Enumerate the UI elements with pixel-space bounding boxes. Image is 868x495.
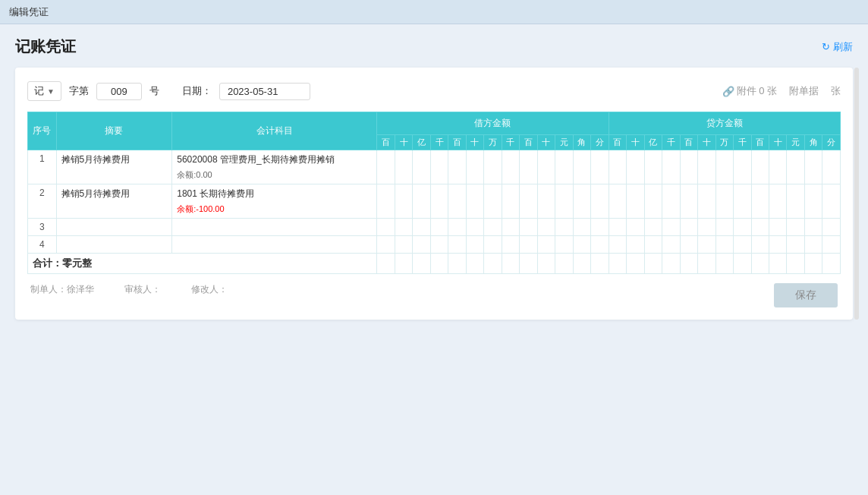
debit-cell-3-1[interactable] bbox=[395, 236, 412, 254]
credit-cell-0-11[interactable] bbox=[804, 150, 822, 184]
save-button[interactable]: 保存 bbox=[774, 283, 838, 307]
debit-cell-2-4[interactable] bbox=[448, 219, 466, 236]
debit-cell-0-8[interactable] bbox=[520, 150, 537, 184]
credit-cell-2-11[interactable] bbox=[804, 219, 822, 236]
credit-cell-3-9[interactable] bbox=[769, 236, 786, 254]
debit-cell-3-10[interactable] bbox=[555, 236, 573, 254]
credit-cell-3-7[interactable] bbox=[734, 236, 751, 254]
credit-cell-2-5[interactable] bbox=[698, 219, 715, 236]
credit-cell-1-11[interactable] bbox=[804, 184, 822, 219]
debit-cell-0-10[interactable] bbox=[555, 150, 573, 184]
debit-cell-0-0[interactable] bbox=[377, 150, 395, 184]
row-summary-3[interactable] bbox=[56, 236, 172, 254]
credit-cell-0-10[interactable] bbox=[787, 150, 804, 184]
credit-cell-0-5[interactable] bbox=[698, 150, 715, 184]
credit-cell-1-10[interactable] bbox=[787, 184, 804, 219]
credit-cell-3-1[interactable] bbox=[627, 236, 644, 254]
credit-cell-3-5[interactable] bbox=[698, 236, 715, 254]
credit-cell-0-2[interactable] bbox=[644, 150, 662, 184]
credit-cell-3-6[interactable] bbox=[715, 236, 733, 254]
debit-cell-0-9[interactable] bbox=[537, 150, 555, 184]
debit-cell-3-5[interactable] bbox=[466, 236, 483, 254]
credit-cell-1-3[interactable] bbox=[662, 184, 680, 219]
credit-cell-3-2[interactable] bbox=[644, 236, 662, 254]
debit-cell-2-6[interactable] bbox=[484, 219, 502, 236]
debit-cell-1-9[interactable] bbox=[537, 184, 555, 219]
debit-cell-0-6[interactable] bbox=[484, 150, 502, 184]
credit-cell-2-2[interactable] bbox=[644, 219, 662, 236]
debit-cell-3-11[interactable] bbox=[573, 236, 590, 254]
debit-cell-3-8[interactable] bbox=[520, 236, 537, 254]
debit-cell-1-5[interactable] bbox=[466, 184, 483, 219]
debit-cell-3-0[interactable] bbox=[377, 236, 395, 254]
row-account-3[interactable] bbox=[172, 236, 377, 254]
credit-cell-0-3[interactable] bbox=[662, 150, 680, 184]
debit-cell-1-11[interactable] bbox=[573, 184, 590, 219]
credit-cell-1-7[interactable] bbox=[734, 184, 751, 219]
credit-cell-1-1[interactable] bbox=[627, 184, 644, 219]
debit-cell-1-3[interactable] bbox=[430, 184, 448, 219]
credit-cell-2-9[interactable] bbox=[769, 219, 786, 236]
debit-cell-0-12[interactable] bbox=[591, 150, 609, 184]
debit-cell-2-7[interactable] bbox=[502, 219, 519, 236]
row-summary-0[interactable]: 摊销5月待摊费用 bbox=[56, 150, 172, 184]
debit-cell-0-5[interactable] bbox=[466, 150, 483, 184]
credit-cell-3-12[interactable] bbox=[822, 236, 841, 254]
credit-cell-0-8[interactable] bbox=[751, 150, 769, 184]
credit-cell-3-3[interactable] bbox=[662, 236, 680, 254]
row-account-1[interactable]: 1801 长期待摊费用余额:-100.00 bbox=[172, 184, 377, 219]
credit-cell-2-7[interactable] bbox=[734, 219, 751, 236]
debit-cell-3-2[interactable] bbox=[413, 236, 430, 254]
debit-cell-1-8[interactable] bbox=[520, 184, 537, 219]
debit-cell-1-1[interactable] bbox=[395, 184, 412, 219]
debit-cell-3-7[interactable] bbox=[502, 236, 519, 254]
debit-cell-2-1[interactable] bbox=[395, 219, 412, 236]
debit-cell-0-1[interactable] bbox=[395, 150, 412, 184]
debit-cell-1-0[interactable] bbox=[377, 184, 395, 219]
attach-link[interactable]: 🔗 附件 0 张 bbox=[722, 84, 777, 98]
credit-cell-1-5[interactable] bbox=[698, 184, 715, 219]
voucher-type-button[interactable]: 记 ▼ bbox=[27, 81, 61, 101]
debit-cell-1-12[interactable] bbox=[591, 184, 609, 219]
debit-cell-2-9[interactable] bbox=[537, 219, 555, 236]
debit-cell-0-4[interactable] bbox=[448, 150, 466, 184]
credit-cell-1-8[interactable] bbox=[751, 184, 769, 219]
voucher-number-input[interactable] bbox=[96, 83, 142, 100]
debit-cell-2-3[interactable] bbox=[430, 219, 448, 236]
debit-cell-0-2[interactable] bbox=[413, 150, 430, 184]
credit-cell-2-4[interactable] bbox=[680, 219, 697, 236]
debit-cell-2-0[interactable] bbox=[377, 219, 395, 236]
credit-cell-2-6[interactable] bbox=[715, 219, 733, 236]
credit-cell-1-2[interactable] bbox=[644, 184, 662, 219]
debit-cell-2-2[interactable] bbox=[413, 219, 430, 236]
credit-cell-3-8[interactable] bbox=[751, 236, 769, 254]
debit-cell-1-4[interactable] bbox=[448, 184, 466, 219]
credit-cell-3-10[interactable] bbox=[787, 236, 804, 254]
credit-cell-0-9[interactable] bbox=[769, 150, 786, 184]
credit-cell-3-0[interactable] bbox=[609, 236, 626, 254]
date-input[interactable] bbox=[219, 83, 310, 100]
credit-cell-2-8[interactable] bbox=[751, 219, 769, 236]
debit-cell-2-10[interactable] bbox=[555, 219, 573, 236]
debit-cell-1-6[interactable] bbox=[484, 184, 502, 219]
debit-cell-3-6[interactable] bbox=[484, 236, 502, 254]
credit-cell-1-6[interactable] bbox=[715, 184, 733, 219]
credit-cell-1-12[interactable] bbox=[822, 184, 841, 219]
row-summary-2[interactable] bbox=[56, 219, 172, 236]
debit-cell-1-10[interactable] bbox=[555, 184, 573, 219]
credit-cell-0-6[interactable] bbox=[715, 150, 733, 184]
credit-cell-2-0[interactable] bbox=[609, 219, 626, 236]
credit-cell-0-12[interactable] bbox=[822, 150, 841, 184]
row-account-0[interactable]: 56020008 管理费用_长期待摊费用摊销余额:0.00 bbox=[172, 150, 377, 184]
credit-cell-2-1[interactable] bbox=[627, 219, 644, 236]
debit-cell-2-12[interactable] bbox=[591, 219, 609, 236]
credit-cell-0-4[interactable] bbox=[680, 150, 697, 184]
credit-cell-3-4[interactable] bbox=[680, 236, 697, 254]
debit-cell-2-5[interactable] bbox=[466, 219, 483, 236]
credit-cell-1-0[interactable] bbox=[609, 184, 626, 219]
credit-cell-2-3[interactable] bbox=[662, 219, 680, 236]
debit-cell-3-12[interactable] bbox=[591, 236, 609, 254]
debit-cell-3-4[interactable] bbox=[448, 236, 466, 254]
debit-cell-0-7[interactable] bbox=[502, 150, 519, 184]
refresh-button[interactable]: ↻ 刷新 bbox=[822, 40, 853, 54]
